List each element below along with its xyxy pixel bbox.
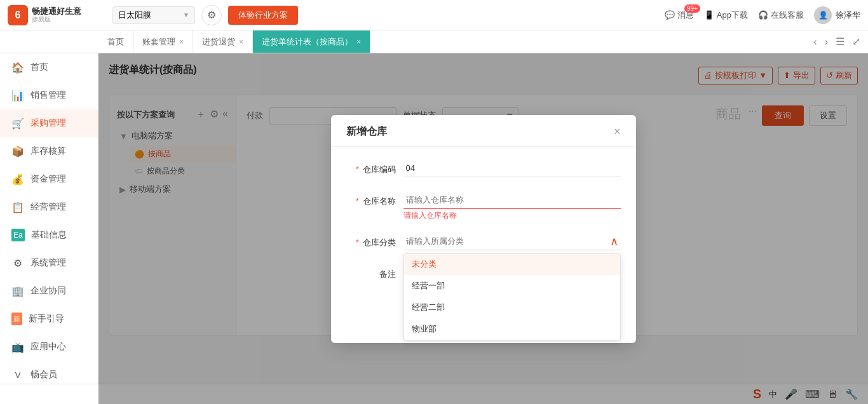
category-input[interactable] [403,232,621,250]
user-area[interactable]: 👤 徐泽华 [814,6,860,24]
sidebar-item-basic[interactable]: Ea 基础信息 [0,221,98,249]
logo-icon: 6 [8,5,28,25]
app-download-label: App下载 [717,10,748,21]
sidebar-label-member: 畅会员 [31,369,57,380]
name-error-msg: 请输入仓库名称 [403,210,621,221]
member-icon: V [11,368,24,381]
tab-purchase-stat-close[interactable]: × [356,37,361,46]
sidebar-item-purchase[interactable]: 🛒 采购管理 [0,109,98,137]
username: 徐泽华 [836,10,860,21]
tab-menu-icon[interactable]: ☰ [833,34,847,49]
name-input[interactable] [403,191,621,209]
tab-account-label: 账套管理 [142,36,175,48]
dropdown-item-dept1[interactable]: 经营一部 [404,275,620,297]
tab-home-label: 首页 [107,36,124,48]
required-star-category: * [356,238,359,247]
dropdown-item-unclassified[interactable]: 未分类 [404,253,620,275]
dialog-header: 新增仓库 × [331,115,636,147]
app-download-button[interactable]: 📱 App下载 [704,10,748,21]
online-service-label: 在线客服 [771,10,804,21]
store-selector[interactable]: 日太阳膜 ▼ [112,6,195,24]
sidebar-item-inventory[interactable]: 📦 库存核算 [0,137,98,165]
sidebar-label-sales: 销售管理 [31,90,66,101]
sidebar-item-finance[interactable]: 💰 资金管理 [0,165,98,193]
finance-icon: 💰 [11,173,24,185]
form-label-code: * 仓库编码 [346,159,403,180]
code-input[interactable] [403,159,621,177]
app-icon: 📱 [704,10,714,20]
online-service-button[interactable]: 🎧 在线客服 [758,10,804,21]
sidebar-item-operation[interactable]: 📋 经营管理 [0,193,98,221]
operation-icon: 📋 [11,201,24,213]
sidebar-item-sales[interactable]: 📊 销售管理 [0,81,98,109]
category-dropdown: 未分类 经营一部 经营二部 物业部 [403,253,621,340]
sidebar-label-guide: 新手引导 [29,313,64,325]
tab-expand-icon[interactable]: ⤢ [850,34,863,49]
select-arrow-icon[interactable]: ∧ [610,234,618,248]
trial-button[interactable]: 体验行业方案 [228,6,298,25]
form-control-code [403,159,621,177]
tab-purchase-stat[interactable]: 进货单统计表（按商品） × [253,30,370,53]
sidebar-label-finance: 资金管理 [31,173,66,185]
basic-icon: Ea [11,229,25,241]
tab-account-close[interactable]: × [179,37,184,46]
sidebar-label-enterprise: 企业协同 [31,285,66,297]
appcenter-icon: 📺 [11,340,24,353]
guide-icon: 新 [11,313,22,325]
dialog-title: 新增仓库 [346,125,387,138]
sidebar: 🏠 首页 📊 销售管理 🛒 采购管理 📦 库存核算 💰 资金管理 📋 经营管理 … [0,53,98,404]
gear-button[interactable]: ⚙ [201,5,222,25]
tab-account[interactable]: 账套管理 × [133,30,193,53]
required-star-code: * [356,165,359,174]
avatar: 👤 [814,6,832,24]
tab-controls: ‹ › ☰ ⤢ [811,34,868,49]
message-icon: 💬 [665,10,675,20]
sidebar-item-system[interactable]: ⚙ 系统管理 [0,249,98,277]
tab-purchase-return-close[interactable]: × [239,37,243,46]
form-row-code: * 仓库编码 [346,159,621,180]
modal-overlay: 新增仓库 × * 仓库编码 [98,53,868,404]
form-row-category: * 仓库分类 ∧ 未分类 经营一部 经营二部 物业部 [346,232,621,253]
form-label-category: * 仓库分类 [346,232,403,253]
dropdown-item-dept2[interactable]: 经营二部 [404,297,620,318]
logo-sub: 捷易版 [32,16,81,24]
top-bar: 6 畅捷通好生意 捷易版 日太阳膜 ▼ ⚙ 体验行业方案 💬 消息 99+ 📱 … [0,0,868,30]
form-row-name: * 仓库名称 请输入仓库名称 [346,191,621,221]
tab-home[interactable]: 首页 [98,30,133,53]
sidebar-label-home: 首页 [31,62,48,73]
logo-main: 畅捷通好生意 [32,6,81,17]
sidebar-item-enterprise[interactable]: 🏢 企业协同 [0,277,98,305]
system-icon: ⚙ [11,257,24,269]
tab-purchase-return[interactable]: 进货退货 × [193,30,253,53]
sidebar-label-appcenter: 应用中心 [31,341,66,353]
sidebar-item-home[interactable]: 🏠 首页 [0,53,98,81]
enterprise-icon: 🏢 [11,285,24,297]
tab-nav-left-icon[interactable]: ‹ [811,35,819,49]
tab-purchase-return-label: 进货退货 [202,36,235,48]
sidebar-label-purchase: 采购管理 [31,118,66,129]
tab-purchase-stat-label: 进货单统计表（按商品） [262,36,353,48]
purchase-icon: 🛒 [11,117,24,130]
message-button[interactable]: 💬 消息 99+ [665,10,694,21]
gear-icon: ⚙ [207,9,216,21]
sidebar-item-appcenter[interactable]: 📺 应用中心 [0,333,98,361]
tab-nav-right-icon[interactable]: › [822,35,831,49]
form-control-category: ∧ [403,232,621,250]
form-label-notes: 备注 [346,264,403,285]
store-name: 日太阳膜 [118,10,151,21]
dropdown-item-dept3[interactable]: 物业部 [404,318,620,340]
top-right: 💬 消息 99+ 📱 App下载 🎧 在线客服 👤 徐泽华 [665,6,860,24]
message-badge: 99+ [684,4,700,13]
dialog-body: * 仓库编码 * 仓库名称 [331,147,636,301]
required-star-name: * [356,196,359,206]
dialog-close-button[interactable]: × [614,126,621,137]
sidebar-item-guide[interactable]: 新 新手引导 [0,305,98,333]
home-icon: 🏠 [11,61,24,74]
form-control-name: 请输入仓库名称 [403,191,621,221]
sidebar-label-operation: 经营管理 [31,201,66,213]
inventory-icon: 📦 [11,145,24,158]
chevron-down-icon: ▼ [183,11,189,18]
sidebar-label-basic: 基础信息 [31,229,67,241]
dialog-new-warehouse: 新增仓库 × * 仓库编码 [331,115,636,343]
sidebar-label-system: 系统管理 [31,257,66,269]
